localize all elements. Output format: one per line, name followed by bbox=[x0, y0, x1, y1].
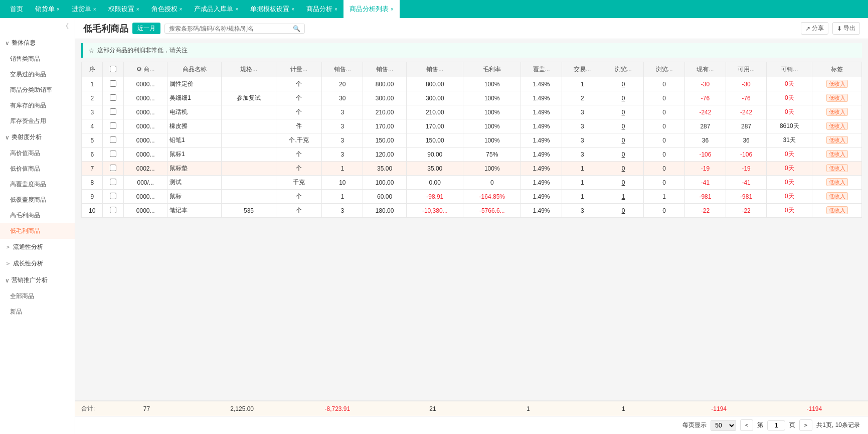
row-checkbox[interactable] bbox=[110, 165, 116, 171]
close-icon[interactable]: × bbox=[291, 7, 294, 12]
cell-browse1[interactable]: 0 bbox=[603, 91, 644, 105]
close-icon[interactable]: × bbox=[235, 7, 238, 12]
sidebar-item-new-products[interactable]: 新品 bbox=[0, 304, 75, 320]
nav-template-settings[interactable]: 单据模板设置× bbox=[244, 0, 300, 18]
cell-browse1[interactable]: 0 bbox=[603, 204, 644, 218]
cell-seq: 6 bbox=[82, 148, 103, 162]
cell-checkbox[interactable] bbox=[103, 77, 124, 91]
tag-badge: 低收入 bbox=[826, 80, 848, 88]
nav-home[interactable]: 首页 bbox=[4, 0, 29, 18]
cell-price: 800.00 bbox=[363, 77, 407, 91]
nav-role-auth[interactable]: 角色授权× bbox=[145, 0, 189, 18]
sidebar-item-high-value[interactable]: 高价值商品 bbox=[0, 146, 75, 161]
sidebar-collapse-btn[interactable]: 《 bbox=[61, 20, 71, 33]
search-icon[interactable]: 🔍 bbox=[293, 25, 300, 32]
notice-bar: ☆ 这部分商品的利润非常低，请关注 bbox=[81, 43, 862, 58]
row-checkbox[interactable] bbox=[110, 122, 116, 129]
cell-checkbox[interactable] bbox=[103, 162, 124, 176]
cell-browse1[interactable]: 0 bbox=[603, 176, 644, 190]
row-checkbox[interactable] bbox=[110, 207, 116, 213]
cell-name: 测试 bbox=[167, 176, 222, 190]
close-icon[interactable]: × bbox=[57, 7, 60, 12]
share-btn[interactable]: ↗ 分享 bbox=[801, 22, 828, 35]
footer-stock: -1194 bbox=[704, 405, 734, 412]
prev-page-btn[interactable]: ＜ bbox=[740, 419, 753, 431]
sidebar-group-circulation[interactable]: ＞ 流通性分析 bbox=[0, 239, 75, 255]
filter-recent-month-btn[interactable]: 近一月 bbox=[132, 23, 160, 34]
sidebar-item-low-coverage[interactable]: 低覆盖度商品 bbox=[0, 192, 75, 208]
cell-qty: 1 bbox=[322, 162, 363, 176]
cell-gross-rate: 100% bbox=[463, 77, 521, 91]
cell-code: 0000... bbox=[124, 148, 167, 162]
sidebar-item-low-value[interactable]: 低价值商品 bbox=[0, 161, 75, 177]
close-icon[interactable]: × bbox=[391, 7, 394, 12]
table-footer: 合计: 77 2,125.00 -8,723.91 21 1 1 -1194 -… bbox=[75, 400, 868, 416]
close-icon[interactable]: × bbox=[334, 7, 337, 12]
cell-qty: 3 bbox=[322, 204, 363, 218]
row-checkbox[interactable] bbox=[110, 108, 116, 115]
current-page-input[interactable] bbox=[767, 420, 785, 430]
cell-browse2: 0 bbox=[644, 91, 685, 105]
sidebar-group-overall[interactable]: ∨ 整体信息 bbox=[0, 35, 75, 51]
sidebar-item-category-rate[interactable]: 商品分类助销率 bbox=[0, 82, 75, 98]
cell-browse1[interactable]: 1 bbox=[603, 190, 644, 204]
export-btn[interactable]: ⬇ 导出 bbox=[832, 22, 860, 35]
cell-code: 0000... bbox=[124, 190, 167, 204]
sidebar-group-growth[interactable]: ＞ 成长性分析 bbox=[0, 255, 75, 272]
sidebar-item-high-coverage[interactable]: 高覆盖度商品 bbox=[0, 177, 75, 192]
cell-browse1[interactable]: 0 bbox=[603, 119, 644, 133]
cell-checkbox[interactable] bbox=[103, 204, 124, 218]
search-input[interactable] bbox=[169, 25, 293, 32]
row-checkbox[interactable] bbox=[110, 193, 116, 199]
nav-sales[interactable]: 销货单× bbox=[29, 0, 66, 18]
row-checkbox[interactable] bbox=[110, 179, 116, 185]
cell-spec bbox=[222, 119, 276, 133]
row-checkbox[interactable] bbox=[110, 136, 116, 143]
table-row: 7 0002... 鼠标垫 个 1 35.00 35.00 100% 1.49%… bbox=[82, 162, 862, 176]
cell-browse2: 0 bbox=[644, 105, 685, 119]
cell-browse1[interactable]: 0 bbox=[603, 105, 644, 119]
cell-browse1[interactable]: 0 bbox=[603, 133, 644, 148]
cell-browse2: 0 bbox=[644, 133, 685, 148]
cell-checkbox[interactable] bbox=[103, 148, 124, 162]
close-icon[interactable]: × bbox=[93, 7, 96, 12]
select-all-checkbox[interactable] bbox=[110, 66, 116, 72]
cell-browse1[interactable]: 0 bbox=[603, 162, 644, 176]
cell-checkbox[interactable] bbox=[103, 190, 124, 204]
nav-purchase[interactable]: 进货单× bbox=[66, 0, 102, 18]
sidebar-item-in-stock[interactable]: 有库存的商品 bbox=[0, 98, 75, 113]
row-checkbox[interactable] bbox=[110, 94, 116, 101]
cell-checkbox[interactable] bbox=[103, 176, 124, 190]
cell-checkbox[interactable] bbox=[103, 105, 124, 119]
sidebar-item-traded-products[interactable]: 交易过的商品 bbox=[0, 67, 75, 82]
col-amount: 销售... bbox=[407, 62, 463, 77]
sidebar-item-capital-usage[interactable]: 库存资金占用 bbox=[0, 113, 75, 129]
tag-badge: 低收入 bbox=[826, 164, 848, 172]
sidebar-item-sales-products[interactable]: 销售类商品 bbox=[0, 51, 75, 67]
sidebar-item-all-products[interactable]: 全部商品 bbox=[0, 288, 75, 304]
row-checkbox[interactable] bbox=[110, 80, 116, 87]
cell-checkbox[interactable] bbox=[103, 91, 124, 105]
table-body: 1 0000... 属性定价 个 20 800.00 800.00 100% 1… bbox=[82, 77, 862, 218]
cell-checkbox[interactable] bbox=[103, 133, 124, 148]
nav-permissions[interactable]: 权限设置× bbox=[102, 0, 145, 18]
nav-product-analysis[interactable]: 商品分析× bbox=[300, 0, 343, 18]
sidebar-group-marketing[interactable]: ∨ 营销推广分析 bbox=[0, 272, 75, 288]
sidebar-item-low-margin[interactable]: 低毛利商品 bbox=[0, 223, 75, 239]
close-icon[interactable]: × bbox=[180, 7, 183, 12]
nav-product-entry[interactable]: 产成品入库单× bbox=[188, 0, 244, 18]
chevron-right-icon: ＞ bbox=[5, 243, 11, 251]
col-browse1: 浏览... bbox=[603, 62, 644, 77]
page-size-select[interactable]: 50 100 200 bbox=[711, 420, 736, 431]
cell-browse1[interactable]: 0 bbox=[603, 77, 644, 91]
close-icon[interactable]: × bbox=[136, 7, 139, 12]
nav-product-analysis-list[interactable]: 商品分析列表× bbox=[343, 0, 400, 18]
sidebar-item-high-margin[interactable]: 高毛利商品 bbox=[0, 208, 75, 223]
row-checkbox[interactable] bbox=[110, 151, 116, 157]
sidebar-group-value-analysis[interactable]: ∨ 类射度分析 bbox=[0, 129, 75, 146]
cell-qty: 1 bbox=[322, 190, 363, 204]
next-page-btn[interactable]: ＞ bbox=[799, 419, 812, 431]
cell-cover-rate: 1.49% bbox=[521, 133, 562, 148]
cell-browse1[interactable]: 0 bbox=[603, 148, 644, 162]
cell-checkbox[interactable] bbox=[103, 119, 124, 133]
